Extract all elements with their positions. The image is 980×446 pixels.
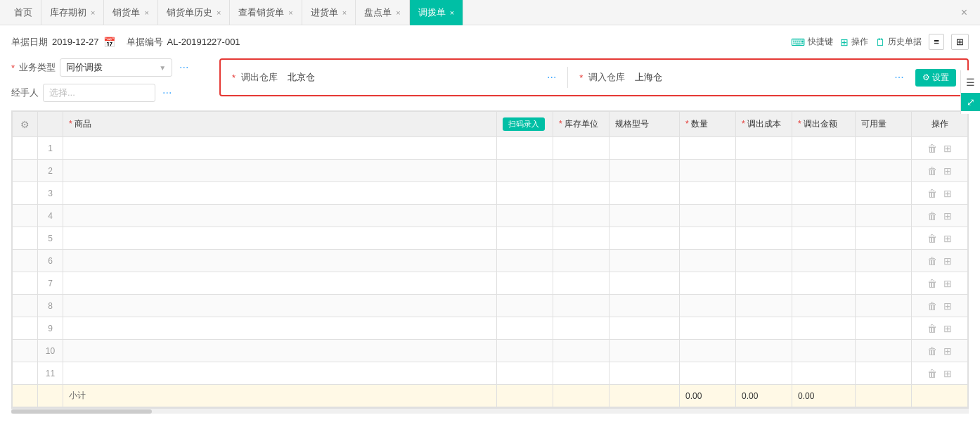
row-qty-cell[interactable] bbox=[680, 137, 736, 160]
gear-icon[interactable]: ⚙ bbox=[20, 119, 30, 130]
row-cost-cell[interactable] bbox=[736, 362, 792, 385]
layout-button-1[interactable]: ≡ bbox=[929, 34, 944, 50]
delete-row-icon[interactable]: 🗑 bbox=[927, 143, 937, 154]
row-unit-cell[interactable] bbox=[553, 205, 610, 227]
tab-close-sales-history[interactable]: × bbox=[217, 8, 221, 17]
delete-row-icon[interactable]: 🗑 bbox=[927, 210, 937, 222]
business-type-select[interactable]: 同价调拨 ▼ bbox=[60, 58, 172, 77]
tab-close-purchase[interactable]: × bbox=[342, 8, 347, 17]
copy-row-icon[interactable]: ⊞ bbox=[943, 143, 952, 154]
row-spec-cell[interactable] bbox=[610, 137, 680, 160]
row-qty-cell[interactable] bbox=[680, 182, 736, 205]
copy-row-icon[interactable]: ⊞ bbox=[943, 165, 952, 177]
row-product-cell[interactable] bbox=[63, 340, 497, 362]
row-unit-cell[interactable] bbox=[553, 295, 610, 317]
row-amount-cell[interactable] bbox=[792, 137, 856, 160]
row-product-cell[interactable] bbox=[63, 272, 497, 295]
row-unit-cell[interactable] bbox=[553, 272, 610, 295]
tab-sales-order[interactable]: 销货单 × bbox=[104, 0, 157, 25]
row-product-cell[interactable] bbox=[63, 317, 497, 340]
layout-button-2[interactable]: ⊞ bbox=[951, 34, 969, 50]
row-amount-cell[interactable] bbox=[792, 317, 856, 340]
history-button[interactable]: 🗒 历史单据 bbox=[875, 36, 922, 48]
handler-select[interactable]: 选择... bbox=[43, 84, 155, 102]
transfer-out-more-button[interactable]: ··· bbox=[547, 71, 556, 84]
tab-sales-history[interactable]: 销货单历史 × bbox=[158, 0, 230, 25]
tab-close-sales-order[interactable]: × bbox=[144, 8, 148, 17]
settings-button[interactable]: ⚙ 设置 bbox=[915, 69, 956, 87]
row-product-cell[interactable] bbox=[63, 295, 497, 317]
row-cost-cell[interactable] bbox=[736, 160, 792, 182]
tab-home[interactable]: 首页 bbox=[6, 0, 41, 25]
row-amount-cell[interactable] bbox=[792, 250, 856, 272]
row-spec-cell[interactable] bbox=[610, 317, 680, 340]
row-spec-cell[interactable] bbox=[610, 227, 680, 250]
delete-row-icon[interactable]: 🗑 bbox=[927, 345, 937, 357]
row-qty-cell[interactable] bbox=[680, 362, 736, 385]
operations-button[interactable]: ⊞ 操作 bbox=[840, 36, 868, 48]
row-unit-cell[interactable] bbox=[553, 160, 610, 182]
row-spec-cell[interactable] bbox=[610, 182, 680, 205]
row-unit-cell[interactable] bbox=[553, 362, 610, 385]
horizontal-scrollbar[interactable] bbox=[11, 408, 969, 414]
row-cost-cell[interactable] bbox=[736, 250, 792, 272]
row-qty-cell[interactable] bbox=[680, 295, 736, 317]
row-amount-cell[interactable] bbox=[792, 160, 856, 182]
row-cost-cell[interactable] bbox=[736, 182, 792, 205]
copy-row-icon[interactable]: ⊞ bbox=[943, 345, 952, 357]
row-spec-cell[interactable] bbox=[610, 340, 680, 362]
row-unit-cell[interactable] bbox=[553, 340, 610, 362]
tab-view-sales[interactable]: 查看销货单 × bbox=[230, 0, 302, 25]
row-unit-cell[interactable] bbox=[553, 250, 610, 272]
copy-row-icon[interactable]: ⊞ bbox=[943, 233, 952, 244]
row-amount-cell[interactable] bbox=[792, 272, 856, 295]
row-product-cell[interactable] bbox=[63, 182, 497, 205]
row-amount-cell[interactable] bbox=[792, 227, 856, 250]
row-qty-cell[interactable] bbox=[680, 272, 736, 295]
tab-inventory-init[interactable]: 库存期初 × bbox=[41, 0, 104, 25]
calendar-icon[interactable]: 📅 bbox=[103, 37, 115, 48]
tab-purchase[interactable]: 进货单 × bbox=[302, 0, 356, 25]
row-spec-cell[interactable] bbox=[610, 250, 680, 272]
row-product-cell[interactable] bbox=[63, 227, 497, 250]
delete-row-icon[interactable]: 🗑 bbox=[927, 233, 937, 244]
window-close-button[interactable]: × bbox=[954, 6, 974, 19]
row-cost-cell[interactable] bbox=[736, 340, 792, 362]
row-product-cell[interactable] bbox=[63, 362, 497, 385]
row-qty-cell[interactable] bbox=[680, 227, 736, 250]
business-type-more-button[interactable]: ··· bbox=[179, 61, 188, 74]
scan-button[interactable]: 扫码录入 bbox=[503, 117, 545, 131]
delete-row-icon[interactable]: 🗑 bbox=[927, 300, 937, 312]
copy-row-icon[interactable]: ⊞ bbox=[943, 255, 952, 267]
handler-more-button[interactable]: ··· bbox=[162, 87, 172, 99]
sidebar-expand-icon[interactable]: ⤢ bbox=[961, 93, 981, 111]
row-product-cell[interactable] bbox=[63, 160, 497, 182]
transfer-in-more-button[interactable]: ··· bbox=[894, 71, 903, 84]
row-amount-cell[interactable] bbox=[792, 205, 856, 227]
delete-row-icon[interactable]: 🗑 bbox=[927, 255, 937, 267]
tab-close-transfer[interactable]: × bbox=[450, 8, 454, 17]
row-cost-cell[interactable] bbox=[736, 205, 792, 227]
row-cost-cell[interactable] bbox=[736, 317, 792, 340]
tab-close-inventory-init[interactable]: × bbox=[91, 8, 95, 17]
row-product-cell[interactable] bbox=[63, 137, 497, 160]
copy-row-icon[interactable]: ⊞ bbox=[943, 323, 952, 334]
row-qty-cell[interactable] bbox=[680, 205, 736, 227]
copy-row-icon[interactable]: ⊞ bbox=[943, 368, 952, 379]
copy-row-icon[interactable]: ⊞ bbox=[943, 300, 952, 312]
row-amount-cell[interactable] bbox=[792, 295, 856, 317]
tab-close-view-sales[interactable]: × bbox=[288, 8, 292, 17]
copy-row-icon[interactable]: ⊞ bbox=[943, 188, 952, 199]
row-spec-cell[interactable] bbox=[610, 160, 680, 182]
copy-row-icon[interactable]: ⊞ bbox=[943, 210, 952, 222]
row-product-cell[interactable] bbox=[63, 250, 497, 272]
row-qty-cell[interactable] bbox=[680, 317, 736, 340]
delete-row-icon[interactable]: 🗑 bbox=[927, 165, 937, 177]
row-cost-cell[interactable] bbox=[736, 272, 792, 295]
tab-close-inventory[interactable]: × bbox=[396, 8, 400, 17]
delete-row-icon[interactable]: 🗑 bbox=[927, 323, 937, 334]
row-unit-cell[interactable] bbox=[553, 317, 610, 340]
delete-row-icon[interactable]: 🗑 bbox=[927, 368, 937, 379]
row-spec-cell[interactable] bbox=[610, 295, 680, 317]
row-qty-cell[interactable] bbox=[680, 250, 736, 272]
